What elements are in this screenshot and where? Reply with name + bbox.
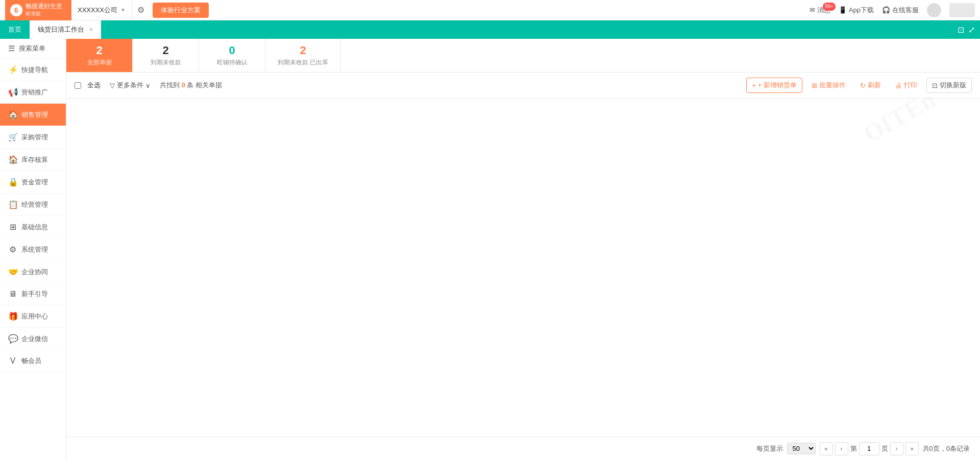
batch-icon: ⊞ — [812, 82, 817, 89]
expand-icon[interactable]: ⊡ — [958, 25, 964, 35]
logo-sub: 标准版 — [26, 10, 62, 17]
wechat-icon: 💬 — [8, 334, 17, 344]
guide-icon: 🖥 — [8, 289, 17, 299]
content-area: 2 全部单据 2 到期未收款 0 旺辅待确认 2 到期未收款 已出库 全选 ▽ … — [66, 39, 980, 460]
tab-active[interactable]: 钱货日清工作台 × — [30, 20, 101, 39]
sidebar-item-quick-nav[interactable]: ⚡ 快捷导航 — [0, 59, 66, 81]
sidebar-item-guide[interactable]: 🖥 新手引导 — [0, 283, 66, 305]
filter-button[interactable]: ▽ 更多条件 ∨ — [105, 78, 156, 92]
found-num: 0 — [182, 81, 185, 89]
stat-label-overdue: 到期未收款 — [145, 58, 186, 67]
filter-icon: ▽ — [110, 82, 115, 89]
first-page-button[interactable]: « — [820, 442, 833, 455]
stat-label-pending: 旺辅待确认 — [211, 58, 253, 67]
switch-new-label: 切换新版 — [940, 81, 966, 90]
plus-icon: + — [752, 82, 756, 89]
user-info[interactable] — [949, 3, 975, 17]
sidebar-item-wechat[interactable]: 💬 企业微信 — [0, 328, 66, 350]
basic-info-icon: ⊞ — [8, 222, 17, 232]
main-layout: ☰ 搜索菜单 ⚡ 快捷导航 📢 营销推广 🏠 销售管理 🛒 采购管理 🏠 库存核… — [0, 39, 980, 460]
sidebar-item-operations[interactable]: 📋 经营管理 — [0, 193, 66, 216]
enterprise-icon: 🤝 — [8, 267, 17, 277]
switch-new-button[interactable]: ⊡ 切换新版 — [926, 78, 972, 93]
online-service-item[interactable]: 🎧 在线客服 — [882, 6, 919, 15]
tab-bar-right: ⊡ ⤢ — [958, 25, 980, 35]
app-download-item[interactable]: 📱 App下载 — [839, 6, 874, 15]
filter-label: 更多条件 — [117, 81, 143, 90]
found-suffix: 条 相关单据 — [187, 81, 222, 89]
stat-num-overdue: 2 — [145, 44, 186, 57]
sidebar-item-member[interactable]: V 畅会员 — [0, 350, 66, 372]
logo-area: 6 畅捷通好生意 标准版 — [5, 0, 71, 20]
stat-tab-pending[interactable]: 0 旺辅待确认 — [199, 39, 265, 72]
stat-tab-all[interactable]: 2 全部单据 — [66, 39, 133, 72]
per-page-select[interactable]: 50 100 200 — [787, 443, 816, 454]
sidebar-item-label: 采购管理 — [21, 133, 48, 142]
trial-button[interactable]: 体验行业方案 — [153, 3, 209, 18]
fullscreen-icon[interactable]: ⤢ — [968, 25, 975, 35]
select-all-checkbox[interactable] — [75, 82, 81, 89]
online-service-label: 在线客服 — [892, 6, 919, 15]
prev-page-button[interactable]: ‹ — [835, 442, 848, 455]
new-sale-label: + 新增销货单 — [758, 81, 797, 90]
page-label: 第 — [850, 444, 857, 453]
top-bar: 6 畅捷通好生意 标准版 XXXXXX公司 ▼ ⚙ 体验行业方案 ✉ 消息 99… — [0, 0, 980, 20]
marketing-icon: 📢 — [8, 87, 17, 97]
switch-icon: ⊡ — [932, 82, 938, 89]
sidebar-item-label: 销售管理 — [21, 110, 48, 119]
system-icon: ⚙ — [8, 245, 17, 254]
table-area — [66, 99, 980, 437]
sidebar: ☰ 搜索菜单 ⚡ 快捷导航 📢 营销推广 🏠 销售管理 🛒 采购管理 🏠 库存核… — [0, 39, 66, 460]
batch-label: 批量操作 — [819, 81, 846, 90]
refresh-icon: ↻ — [860, 82, 866, 89]
sidebar-item-label: 企业微信 — [21, 334, 48, 344]
sidebar-item-sales[interactable]: 🏠 销售管理 — [0, 104, 66, 126]
tab-close-icon[interactable]: × — [89, 26, 93, 33]
app-download-label: App下载 — [849, 6, 874, 15]
phone-icon: 📱 — [839, 6, 847, 14]
new-sale-button[interactable]: + + 新增销货单 — [746, 78, 802, 93]
tab-active-label: 钱货日清工作台 — [38, 25, 84, 34]
sidebar-item-label: 基础信息 — [21, 223, 48, 232]
stats-tabs: 2 全部单据 2 到期未收款 0 旺辅待确认 2 到期未收款 已出库 — [66, 39, 980, 72]
next-page-button[interactable]: › — [890, 442, 903, 455]
refresh-button[interactable]: ↻ 刷新 — [855, 78, 886, 92]
found-text: 共找到 0 条 相关单据 — [160, 81, 222, 90]
sidebar-item-system[interactable]: ⚙ 系统管理 — [0, 238, 66, 261]
sidebar-item-finance[interactable]: 🔒 资金管理 — [0, 171, 66, 193]
quick-nav-icon: ⚡ — [8, 65, 17, 75]
sidebar-item-purchase[interactable]: 🛒 采购管理 — [0, 126, 66, 149]
company-selector[interactable]: XXXXXX公司 ▼ — [71, 0, 132, 20]
avatar[interactable] — [927, 3, 941, 17]
tab-home[interactable]: 首页 — [0, 20, 30, 39]
sidebar-item-app-center[interactable]: 🎁 应用中心 — [0, 305, 66, 328]
stat-num-all: 2 — [79, 44, 120, 57]
sidebar-item-search-menu[interactable]: ☰ 搜索菜单 — [0, 39, 66, 59]
sidebar-item-basic-info[interactable]: ⊞ 基础信息 — [0, 216, 66, 238]
sidebar-item-marketing[interactable]: 📢 营销推广 — [0, 81, 66, 104]
finance-icon: 🔒 — [8, 177, 17, 187]
top-right-area: ✉ 消息 99+ 📱 App下载 🎧 在线客服 — [810, 3, 975, 17]
sidebar-item-label: 新手引导 — [21, 289, 48, 299]
stat-num-pending: 0 — [211, 44, 253, 57]
stat-label-all: 全部单据 — [79, 58, 120, 67]
pagination: 每页显示 50 100 200 « ‹ 第 页 › » 共0页，0条记录 — [66, 437, 980, 460]
sidebar-item-label: 营销推广 — [21, 88, 48, 97]
stat-tab-overdue[interactable]: 2 到期未收款 — [133, 39, 199, 72]
sidebar-item-inventory[interactable]: 🏠 库存核算 — [0, 149, 66, 171]
stat-num-overdue-out: 2 — [278, 44, 328, 57]
page-nav: « ‹ 第 页 › » — [820, 442, 919, 455]
refresh-label: 刷新 — [868, 81, 881, 90]
batch-op-button[interactable]: ⊞ 批量操作 — [806, 78, 851, 92]
message-item[interactable]: ✉ 消息 99+ — [810, 6, 830, 15]
purchase-icon: 🛒 — [8, 132, 17, 142]
page-input[interactable] — [859, 442, 879, 455]
page-suffix: 页 — [881, 444, 888, 453]
chevron-down-icon: ▼ — [120, 7, 126, 13]
sidebar-item-label: 畅会员 — [21, 356, 41, 366]
sidebar-item-enterprise[interactable]: 🤝 企业协同 — [0, 261, 66, 283]
stat-tab-overdue-out[interactable]: 2 到期未收款 已出库 — [265, 39, 341, 72]
settings-icon[interactable]: ⚙ — [132, 0, 150, 20]
last-page-button[interactable]: » — [905, 442, 919, 455]
print-button[interactable]: 🖨 打印 — [890, 78, 922, 92]
